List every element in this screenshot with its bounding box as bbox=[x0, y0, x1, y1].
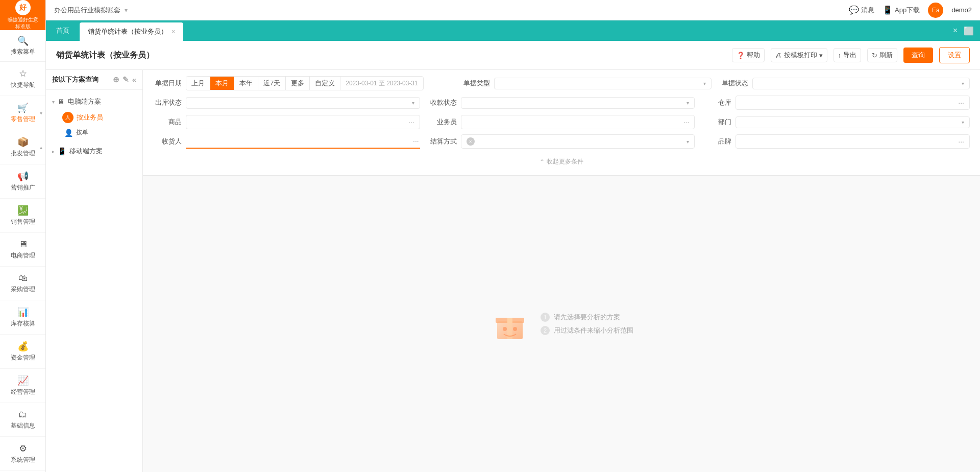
sidebar-item-operations[interactable]: 📈 经营管理 bbox=[0, 369, 45, 403]
payment-input[interactable]: ▾ bbox=[461, 97, 695, 109]
user-initial: Ea bbox=[932, 7, 940, 14]
date-last-month[interactable]: 上月 bbox=[186, 77, 210, 90]
export-button[interactable]: ↑ 导出 bbox=[834, 48, 862, 62]
tab-active[interactable]: 销货单统计表（按业务员） × bbox=[80, 22, 183, 41]
tree-item-order[interactable]: 👤 按单 bbox=[46, 126, 142, 139]
sidebar-item-marketing[interactable]: 📢 营销推广 bbox=[0, 164, 45, 199]
doc-status-input[interactable]: ▾ bbox=[752, 78, 970, 89]
consignee-input[interactable]: ··· bbox=[186, 134, 420, 149]
sidebar-item-label: 基础信息 bbox=[11, 421, 35, 430]
more-icon: ··· bbox=[408, 118, 414, 126]
date-custom[interactable]: 自定义 bbox=[310, 77, 340, 90]
goods-label: 商品 bbox=[153, 117, 182, 127]
sidebar-item-purchase[interactable]: 🛍 采购管理 bbox=[0, 267, 45, 300]
tab-close-icon[interactable]: × bbox=[172, 28, 175, 35]
sidebar-logo[interactable]: 好 畅捷通好生意 标准版 bbox=[0, 0, 46, 30]
sidebar-item-quick-nav[interactable]: ☆ 快捷导航 bbox=[0, 62, 45, 96]
empty-state: 1 请先选择要分析的方案 2 用过滤条件来缩小分析范围 bbox=[143, 176, 980, 472]
sidebar-item-basic[interactable]: 🗂 基础信息 bbox=[0, 403, 45, 437]
salesperson-label: 按业务员 bbox=[77, 113, 103, 122]
retail-icon: 🛒 bbox=[17, 102, 29, 113]
hint-1-num: 1 bbox=[541, 313, 550, 322]
message-button[interactable]: 💬 消息 bbox=[849, 5, 874, 15]
app-download-button[interactable]: 📱 App下载 bbox=[883, 5, 920, 15]
collapse-up-icon: ⌃ bbox=[540, 158, 545, 166]
empty-illustration bbox=[489, 303, 530, 344]
page-header: 销货单统计表（按业务员） ❓ 帮助 🖨 按模板打印 ▾ ↑ 导出 ↻ 刷新 bbox=[46, 41, 980, 70]
warehouse-input[interactable]: ··· bbox=[736, 96, 970, 110]
search-menu-item[interactable]: 🔍 搜索菜单 bbox=[0, 30, 45, 62]
delivery-label: 出库状态 bbox=[153, 98, 182, 107]
delivery-input[interactable]: ▾ bbox=[186, 97, 420, 109]
salesperson-label: 业务员 bbox=[428, 117, 457, 127]
print-button[interactable]: 🖨 按模板打印 ▾ bbox=[771, 48, 827, 62]
settlement-label: 结算方式 bbox=[428, 137, 457, 146]
pc-scheme-label: 电脑端方案 bbox=[68, 97, 101, 106]
tab-minimize-icon[interactable]: × bbox=[953, 26, 958, 35]
brand-input[interactable]: ··· bbox=[736, 134, 970, 149]
settlement-input[interactable]: × ▾ bbox=[461, 134, 695, 149]
sidebar-item-wholesale[interactable]: 📦 批发管理 ▴ bbox=[0, 130, 45, 164]
doc-type-input[interactable]: ▾ bbox=[494, 78, 712, 89]
warehouse-label: 仓库 bbox=[703, 98, 731, 107]
department-input[interactable]: ▾ bbox=[736, 116, 970, 128]
more-icon: ··· bbox=[413, 137, 419, 145]
tree-pc-scheme[interactable]: ▾ 🖥 电脑端方案 bbox=[46, 94, 142, 109]
refresh-button[interactable]: ↻ 刷新 bbox=[867, 48, 897, 62]
clear-settlement-icon[interactable]: × bbox=[467, 137, 475, 146]
edit-scheme-icon[interactable]: ✎ bbox=[122, 75, 129, 84]
date-this-month[interactable]: 本月 bbox=[210, 77, 234, 90]
sidebar-item-label: 系统管理 bbox=[11, 456, 35, 464]
tree-mobile-scheme[interactable]: ▸ 📱 移动端方案 bbox=[46, 144, 142, 159]
hint-2-num: 2 bbox=[541, 326, 550, 335]
tree-item-salesperson[interactable]: 人 按业务员 bbox=[58, 109, 142, 126]
date-group: 上月 本月 本年 近7天 更多 自定义 2023-03-01 至 2023-03… bbox=[186, 76, 424, 90]
help-button[interactable]: ❓ 帮助 bbox=[732, 48, 765, 62]
filter-row-1: 单据日期 上月 本月 本年 近7天 更多 自定义 2023-03-01 至 20… bbox=[153, 76, 970, 90]
operations-icon: 📈 bbox=[17, 375, 29, 386]
department-label: 部门 bbox=[703, 117, 731, 127]
more-icon: ··· bbox=[683, 118, 690, 126]
export-icon: ↑ bbox=[838, 52, 842, 59]
date-last-7-days[interactable]: 近7天 bbox=[258, 77, 286, 90]
date-more[interactable]: 更多 bbox=[286, 77, 310, 90]
header-left: 办公用品行业模拟账套 ▾ bbox=[54, 6, 128, 15]
add-scheme-icon[interactable]: ⊕ bbox=[113, 75, 119, 84]
salesperson-input[interactable]: ··· bbox=[461, 115, 695, 129]
sidebar-item-system[interactable]: ⚙ 系统管理 bbox=[0, 437, 45, 471]
header-dropdown-icon[interactable]: ▾ bbox=[125, 7, 128, 14]
sub-order-icon: 👤 bbox=[64, 129, 73, 137]
sidebar-item-finance[interactable]: 💰 资金管理 bbox=[0, 335, 45, 369]
query-button[interactable]: 查询 bbox=[903, 48, 933, 63]
sidebar-item-retail[interactable]: 🛒 零售管理 ▾ bbox=[0, 96, 45, 130]
mobile-icon: 📱 bbox=[58, 147, 66, 155]
filter-row-3: 商品 ··· 业务员 ··· 部门 bbox=[153, 115, 970, 129]
wholesale-icon: 📦 bbox=[17, 136, 29, 148]
sidebar-item-inventory[interactable]: 📊 库存核算 bbox=[0, 300, 45, 335]
sidebar-item-label: 采购管理 bbox=[11, 285, 35, 294]
sidebar-item-ecommerce[interactable]: 🖥 电商管理 bbox=[0, 233, 45, 267]
tab-home[interactable]: 首页 bbox=[46, 20, 80, 41]
filter-goods: 商品 ··· bbox=[153, 115, 420, 129]
filter-doc-status: 单据状态 ▾ bbox=[720, 78, 970, 89]
date-this-year[interactable]: 本年 bbox=[234, 77, 258, 90]
collapse-bar[interactable]: ⌃ 收起更多条件 bbox=[153, 154, 970, 169]
user-avatar[interactable]: Ea bbox=[928, 3, 943, 18]
tab-maximize-icon[interactable]: ⬜ bbox=[964, 26, 974, 36]
refresh-icon: ↻ bbox=[872, 52, 877, 59]
date-range: 2023-03-01 至 2023-03-31 bbox=[340, 77, 423, 90]
goods-input[interactable]: ··· bbox=[186, 115, 420, 129]
chevron-down-icon: ▾ bbox=[962, 120, 964, 125]
tab-home-label: 首页 bbox=[56, 26, 69, 35]
filter-salesperson: 业务员 ··· bbox=[428, 115, 695, 129]
collapse-panel-icon[interactable]: « bbox=[132, 75, 136, 84]
settings-button[interactable]: 设置 bbox=[939, 47, 970, 63]
filter-row-4: 收货人 ··· 结算方式 × ▾ bbox=[153, 134, 970, 149]
expand-icon: ▾ bbox=[52, 99, 55, 105]
sidebar-item-label: 销售管理 bbox=[11, 218, 35, 226]
sidebar-item-label: 零售管理 bbox=[11, 115, 35, 124]
sales-icon: 💹 bbox=[17, 205, 29, 216]
sidebar-item-sales[interactable]: 💹 销售管理 bbox=[0, 199, 45, 233]
user-name: demo2 bbox=[951, 6, 972, 14]
chevron-down-icon: ▾ bbox=[412, 100, 414, 106]
